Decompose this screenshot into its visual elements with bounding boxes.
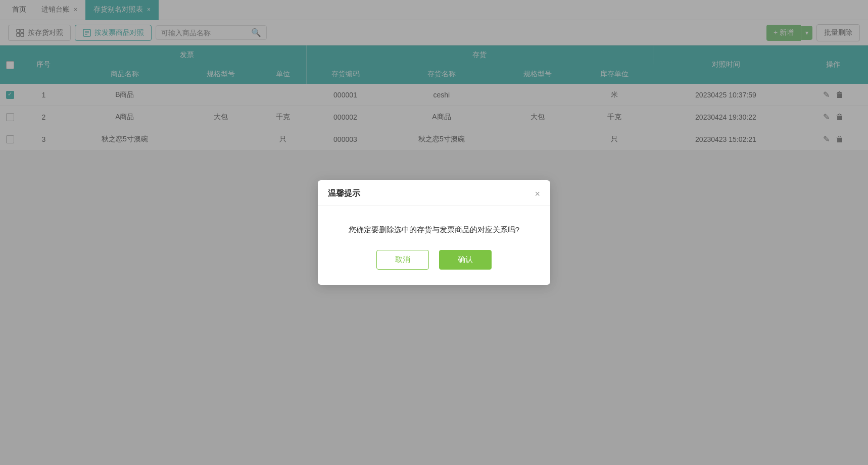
dialog-overlay: 温馨提示 × 您确定要删除选中的存货与发票商品的对应关系吗? 取消 确认: [0, 0, 868, 150]
